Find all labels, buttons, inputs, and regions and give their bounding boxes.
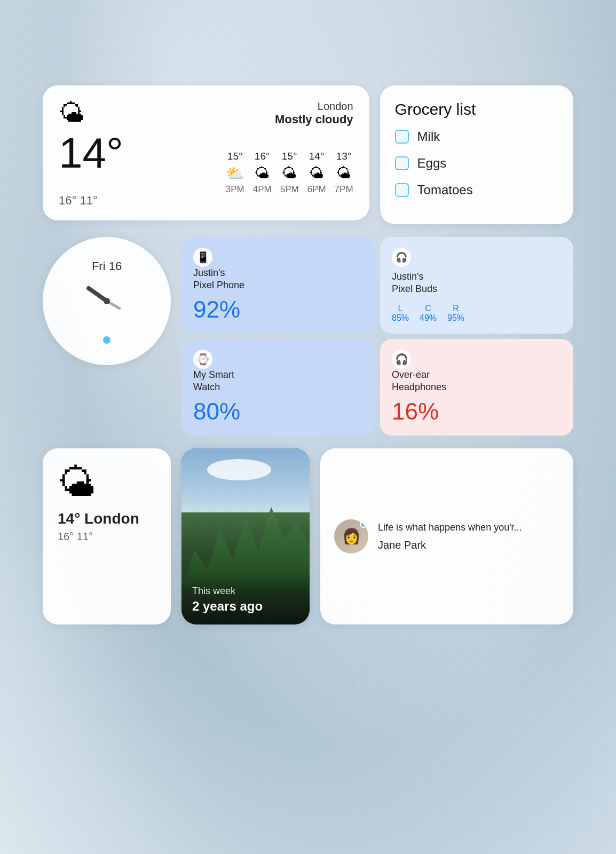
battery-card-smart-watch[interactable]: ⌚ My SmartWatch 80% xyxy=(181,339,375,436)
bud-left: L 85% xyxy=(392,304,409,323)
pixel-buds-channels: L 85% C 49% R 95% xyxy=(392,304,562,323)
weather-small-widget[interactable]: 🌤 14° London 16° 11° xyxy=(43,448,171,624)
forecast-6pm: 14° 🌤 6PM xyxy=(307,151,326,195)
contact-avatar: 👩 xyxy=(334,519,368,553)
photo-clouds xyxy=(207,459,271,480)
photo-years-label: 2 years ago xyxy=(192,599,299,614)
grocery-checkbox-milk[interactable] xyxy=(395,130,409,144)
weather-small-temp: 14° London xyxy=(58,510,139,527)
pixel-phone-name: Justin'sPixel Phone xyxy=(193,267,363,292)
headphones-icon: 🎧 xyxy=(392,350,411,369)
photo-memory-widget[interactable]: This week 2 years ago xyxy=(181,448,310,624)
contact-info: Life is what happens when you'r... Jane … xyxy=(378,521,559,551)
weather-hi-lo: 16° 11° xyxy=(59,194,123,208)
pixel-buds-icon: 🎧 xyxy=(392,248,411,267)
contact-online-dot xyxy=(360,520,367,528)
weather-small-hilo: 16° 11° xyxy=(58,531,93,543)
clock-hands-svg xyxy=(69,264,144,338)
weather-widget[interactable]: 🌤 London Mostly cloudy 14° 16° 11° 15° ⛅ xyxy=(43,85,369,220)
forecast-4pm: 16° 🌤 4PM xyxy=(253,151,272,195)
contact-widget[interactable]: 👩 Life is what happens when you'r... Jan… xyxy=(320,448,573,624)
bud-center: C 49% xyxy=(420,304,437,323)
grocery-checkbox-tomatoes[interactable] xyxy=(395,183,409,197)
pixel-phone-icon: 📱 xyxy=(193,248,212,267)
forecast-3pm: 15° ⛅ 3PM xyxy=(226,151,244,195)
grocery-label-tomatoes: Tomatoes xyxy=(417,183,473,197)
forecast-5pm: 15° 🌤 5PM xyxy=(280,151,299,195)
forecast-7pm: 13° 🌤 7PM xyxy=(335,151,353,195)
battery-card-pixel-phone[interactable]: 📱 Justin'sPixel Phone 92% xyxy=(181,237,375,334)
clock-indicator-dot xyxy=(103,336,110,344)
grocery-item-milk[interactable]: Milk xyxy=(395,129,558,144)
svg-point-2 xyxy=(104,298,110,304)
contact-message: Life is what happens when you'r... xyxy=(378,521,559,534)
battery-grid: 📱 Justin'sPixel Phone 92% 🎧 Justin'sPixe… xyxy=(181,237,573,436)
pixel-phone-percent: 92% xyxy=(193,296,363,323)
battery-card-headphones[interactable]: 🎧 Over-earHeadphones 16% xyxy=(380,339,573,436)
smart-watch-icon: ⌚ xyxy=(193,350,212,369)
photo-time-label: This week xyxy=(192,586,299,597)
weather-location: London Mostly cloudy xyxy=(275,100,353,126)
grocery-label-milk: Milk xyxy=(417,129,440,144)
headphones-name: Over-earHeadphones xyxy=(392,369,562,394)
photo-overlay: This week 2 years ago xyxy=(181,575,310,624)
smart-watch-percent: 80% xyxy=(193,398,363,425)
contact-name: Jane Park xyxy=(378,539,559,551)
clock-widget[interactable]: Fri 16 xyxy=(43,237,171,365)
weather-condition: Mostly cloudy xyxy=(275,113,353,126)
clock-face: Fri 16 xyxy=(48,242,165,360)
weather-forecast: 15° ⛅ 3PM 16° 🌤 4PM 15° 🌤 5PM xyxy=(226,151,353,195)
grocery-checkbox-eggs[interactable] xyxy=(395,156,409,170)
headphones-percent: 16% xyxy=(392,398,562,425)
bud-right: R 95% xyxy=(447,304,464,323)
grocery-item-eggs[interactable]: Eggs xyxy=(395,156,558,171)
photo-sky xyxy=(181,448,310,512)
battery-card-pixel-buds[interactable]: 🎧 Justin'sPixel Buds L 85% C 49% R 95% xyxy=(380,237,573,334)
weather-main-temp: 14° xyxy=(59,132,123,175)
grocery-item-tomatoes[interactable]: Tomatoes xyxy=(395,183,558,197)
pixel-buds-name: Justin'sPixel Buds xyxy=(392,271,562,296)
grocery-label-eggs: Eggs xyxy=(417,156,447,171)
weather-main-icon: 🌤 xyxy=(59,100,84,126)
weather-city: London xyxy=(275,100,353,113)
weather-small-icon: 🌤 xyxy=(58,463,96,502)
grocery-title: Grocery list xyxy=(395,100,558,118)
grocery-widget[interactable]: Grocery list Milk Eggs Tomatoes xyxy=(380,85,573,224)
smart-watch-name: My SmartWatch xyxy=(193,369,363,394)
svg-line-0 xyxy=(89,288,107,301)
